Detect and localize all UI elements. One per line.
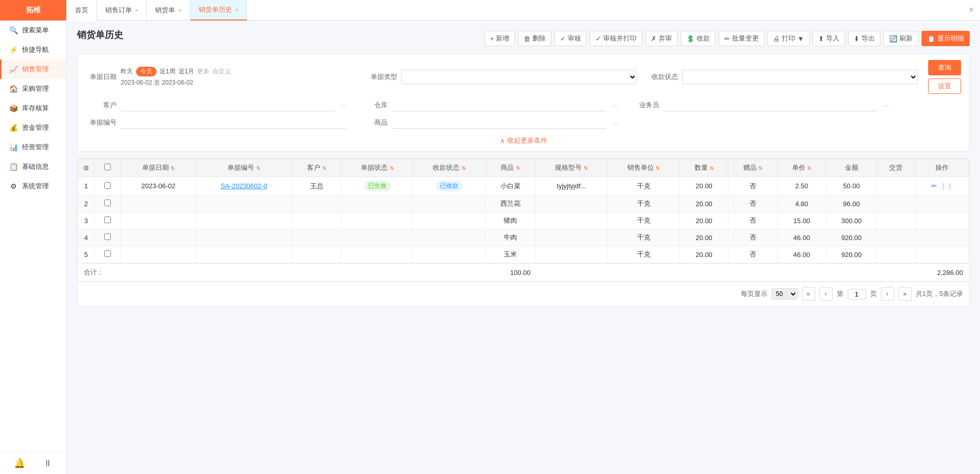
page-prev-btn[interactable]: ‹: [819, 287, 833, 301]
page-number-input[interactable]: [848, 289, 866, 300]
set-button[interactable]: 设置: [928, 78, 961, 94]
action-edit[interactable]: ✏: [931, 182, 937, 190]
filter-doc-type-select[interactable]: [401, 70, 637, 84]
cell-checkbox[interactable]: [94, 212, 121, 229]
refresh-button[interactable]: 🔄 刷新: [883, 31, 918, 46]
table-col-customer: 客户 ⇅: [292, 159, 341, 177]
sidebar-pause-btn[interactable]: ⏸: [43, 458, 52, 469]
tab-bar-close-all[interactable]: ×: [968, 5, 980, 15]
sort-collect-status[interactable]: ⇅: [462, 165, 466, 171]
collapse-button[interactable]: ∧ 收起更多条件: [86, 134, 961, 145]
sort-gift[interactable]: ⇅: [758, 165, 762, 171]
add-button[interactable]: + 新增: [485, 31, 515, 46]
date-today[interactable]: 今天: [136, 67, 157, 76]
page-next-btn[interactable]: ›: [881, 287, 894, 301]
page-size-select[interactable]: 50 20 100: [772, 288, 798, 300]
sort-goods[interactable]: ⇅: [516, 165, 520, 171]
filter-staff-label: 业务员: [628, 101, 659, 110]
filter-goods-input[interactable]: [392, 116, 606, 129]
table-col-gear[interactable]: ⚙: [78, 159, 94, 177]
date-custom[interactable]: 自定义: [213, 67, 231, 76]
filter-customer-dots[interactable]: ···: [341, 102, 347, 109]
row-checkbox[interactable]: [104, 233, 111, 240]
tab-sales-history-close[interactable]: ×: [235, 7, 238, 13]
filter-staff-input[interactable]: [663, 99, 877, 111]
filter-warehouse-input[interactable]: [392, 99, 606, 111]
sidebar-item-search-label: 搜索菜单: [22, 26, 49, 35]
sidebar-item-purchase-label: 采购管理: [22, 84, 49, 93]
sort-doc-no[interactable]: ⇅: [256, 165, 260, 171]
filter-doc-no-label: 单据编号: [86, 118, 117, 127]
sort-quantity[interactable]: ⇅: [709, 165, 714, 171]
sidebar-item-system[interactable]: ⚙ 系统管理: [0, 176, 66, 196]
doc-no-link[interactable]: SA-20230602-0: [221, 182, 267, 190]
date-yesterday[interactable]: 昨天: [121, 67, 133, 76]
date-more[interactable]: 更多: [197, 67, 209, 76]
sidebar-item-purchase[interactable]: 🏠 采购管理: [0, 79, 66, 98]
filter-date-label: 单据日期: [86, 72, 117, 82]
sort-sales-unit[interactable]: ⇅: [656, 165, 660, 171]
sort-customer[interactable]: ⇅: [322, 165, 326, 171]
filter-collect-status-select[interactable]: [682, 70, 918, 84]
cell-doc-date: [121, 212, 196, 229]
sort-doc-status[interactable]: ⇅: [390, 165, 394, 171]
sort-doc-date[interactable]: ⇅: [170, 165, 175, 171]
table-col-checkbox[interactable]: [94, 159, 121, 177]
sidebar-item-operation[interactable]: 📊 经营管理: [0, 137, 66, 157]
filter-customer-input[interactable]: [121, 99, 335, 111]
table-row: 3猪肉千克20.00否15.00300.00: [78, 212, 969, 229]
sidebar-item-base[interactable]: 📋 基础信息: [0, 157, 66, 176]
cell-checkbox[interactable]: [94, 229, 121, 246]
page-title: 销货单历史: [77, 29, 123, 41]
import-button[interactable]: ⬆ 导入: [813, 31, 845, 46]
audit-print-button[interactable]: ✓ 审核并打印: [590, 31, 642, 46]
sidebar-item-finance[interactable]: 💰 资金管理: [0, 118, 66, 137]
sidebar-item-sales[interactable]: 📈 销售管理: [0, 60, 66, 79]
row-checkbox[interactable]: [104, 200, 111, 206]
print-button[interactable]: 🖨 打印 ▼: [767, 31, 810, 46]
abandon-icon: ✗: [651, 35, 657, 43]
show-detail-button[interactable]: 📋 显示明细: [921, 31, 970, 46]
filter-goods-dots[interactable]: ···: [612, 119, 618, 127]
cell-checkbox[interactable]: [94, 195, 121, 212]
audit-button[interactable]: ✓ 审核: [554, 31, 587, 46]
page-last-btn[interactable]: »: [898, 287, 912, 301]
cell-checkbox[interactable]: [94, 246, 121, 263]
cell-collect-status: [413, 195, 485, 212]
sort-spec[interactable]: ⇅: [584, 165, 588, 171]
batch-change-button[interactable]: ✏ 批量变更: [719, 31, 764, 46]
row-checkbox[interactable]: [104, 182, 111, 189]
date-last-month[interactable]: 近1月: [179, 67, 195, 76]
date-last7[interactable]: 近1周: [160, 67, 176, 76]
cell-actions: [915, 229, 969, 246]
abandon-button[interactable]: ✗ 弃审: [645, 31, 678, 46]
select-all-checkbox[interactable]: [104, 164, 111, 170]
sidebar-item-inventory[interactable]: 📦 库存核算: [0, 98, 66, 118]
tab-sales-history[interactable]: 销货单历史 ×: [190, 0, 247, 21]
tab-sales-goods[interactable]: 销货单 ×: [147, 0, 190, 21]
row-checkbox[interactable]: [104, 250, 111, 257]
cell-row-num: 2: [78, 195, 94, 212]
sidebar-notification-btn[interactable]: 🔔: [14, 458, 25, 469]
export-button[interactable]: ⬇ 导出: [848, 31, 880, 46]
row-checkbox[interactable]: [104, 216, 111, 223]
tab-home[interactable]: 首页: [67, 0, 97, 21]
cell-gift: 否: [728, 195, 777, 212]
sort-unit-price[interactable]: ⇅: [807, 165, 811, 171]
delete-button[interactable]: 🗑 删除: [518, 31, 551, 46]
action-more[interactable]: ⋮⋮: [940, 182, 953, 190]
tab-sales-order-close[interactable]: ×: [135, 7, 138, 13]
cell-goods: 猪肉: [485, 212, 535, 229]
collect-button[interactable]: 💲 收款: [681, 31, 716, 46]
filter-staff-dots[interactable]: ···: [883, 102, 889, 109]
tab-sales-order[interactable]: 销售订单 ×: [97, 0, 147, 21]
filter-doc-no-input[interactable]: [121, 116, 347, 129]
tab-sales-goods-close[interactable]: ×: [178, 7, 181, 13]
filter-warehouse-dots[interactable]: ···: [612, 102, 618, 109]
cell-checkbox[interactable]: [94, 177, 121, 195]
sidebar-item-quick-nav[interactable]: ⚡ 快捷导航: [0, 40, 66, 60]
query-button[interactable]: 查询: [928, 60, 961, 75]
page-first-btn[interactable]: «: [802, 287, 815, 301]
table-col-collect-status: 收款状态 ⇅: [413, 159, 485, 177]
sidebar-item-search[interactable]: 🔍 搜索菜单: [0, 21, 66, 40]
